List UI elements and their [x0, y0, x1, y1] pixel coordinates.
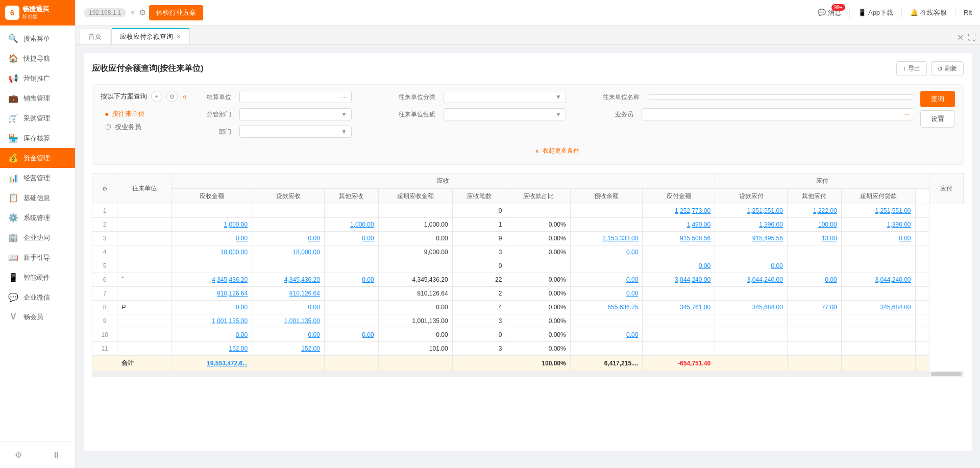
table-cell[interactable]: 1,000.00 — [172, 218, 252, 232]
table-cell[interactable]: 1,390.00 — [715, 218, 788, 232]
sidebar-item-smart-hw[interactable]: 📱 智能硬件 — [0, 267, 75, 287]
sidebar-item-basic-info[interactable]: 📋 基础信息 — [0, 188, 75, 208]
table-cell[interactable] — [787, 259, 841, 273]
app-download-btn[interactable]: 📱 App下载 — [858, 8, 893, 17]
unit-name-input[interactable] — [648, 94, 914, 100]
table-cell[interactable] — [715, 314, 788, 328]
sidebar-item-system[interactable]: ⚙️ 系统管理 — [0, 208, 75, 228]
sidebar-settings-btn[interactable]: ⚙ — [12, 447, 25, 463]
table-cell[interactable]: 13.00 — [787, 232, 841, 245]
table-cell[interactable]: 0.00 — [570, 287, 643, 301]
table-cell[interactable]: 915,495.56 — [715, 232, 788, 245]
scheme-add-btn[interactable]: + — [151, 91, 162, 102]
table-cell[interactable]: 915,508.56 — [643, 232, 715, 245]
table-cell[interactable]: 1,000.00 — [324, 218, 378, 232]
table-cell[interactable]: 345,684.00 — [841, 301, 915, 314]
query-btn[interactable]: 查询 — [920, 91, 955, 107]
table-cell[interactable]: 0.00 — [252, 328, 325, 342]
table-cell[interactable]: 1,222.00 — [787, 204, 841, 218]
table-cell[interactable]: 0.00 — [787, 273, 841, 287]
tab-close-icon[interactable]: ✕ — [176, 33, 181, 40]
department-select[interactable]: ▼ — [239, 126, 352, 138]
table-cell[interactable]: 810,126.64 — [172, 287, 252, 301]
table-cell[interactable] — [324, 259, 378, 273]
sidebar-item-operations[interactable]: 📊 经营管理 — [0, 168, 75, 188]
settlement-unit-input[interactable]: ··· — [239, 91, 352, 103]
sidebar-item-quick-nav[interactable]: 🏠 快捷导航 — [0, 48, 75, 68]
table-cell[interactable]: 3,044,240.00 — [841, 273, 915, 287]
sidebar-item-sales[interactable]: 💼 销售管理 — [0, 88, 75, 108]
table-cell[interactable] — [172, 204, 252, 218]
table-cell[interactable]: 0.00 — [324, 328, 378, 342]
table-cell[interactable]: 4,345,436.20 — [172, 273, 252, 287]
sidebar-item-member[interactable]: V 畅会员 — [0, 307, 75, 327]
table-cell[interactable]: 0.00 — [715, 259, 788, 273]
table-cell[interactable] — [643, 328, 715, 342]
table-cell[interactable] — [570, 218, 643, 232]
table-cell[interactable] — [715, 287, 788, 301]
sidebar-item-enterprise[interactable]: 🏢 企业协同 — [0, 228, 75, 248]
sidebar-item-guide[interactable]: 📖 新手引导 — [0, 248, 75, 267]
table-cell[interactable] — [787, 314, 841, 328]
table-cell[interactable] — [643, 287, 715, 301]
table-cell[interactable]: 0.00 — [252, 232, 325, 245]
table-cell[interactable]: 1,390.00 — [841, 218, 915, 232]
table-cell[interactable] — [787, 287, 841, 301]
table-cell[interactable] — [841, 259, 915, 273]
export-btn[interactable]: ↑ 导出 — [896, 61, 927, 76]
table-cell[interactable]: 345,761.00 — [643, 301, 715, 314]
table-cell[interactable] — [841, 328, 915, 342]
table-cell[interactable] — [324, 245, 378, 259]
table-cell[interactable] — [324, 301, 378, 314]
sidebar-item-purchase[interactable]: 🛒 采购管理 — [0, 108, 75, 128]
table-cell[interactable]: 2,153,333.00 — [570, 232, 643, 245]
table-cell[interactable] — [172, 259, 252, 273]
table-cell[interactable]: 810,126.64 — [252, 287, 325, 301]
msg-btn[interactable]: 💬 消息 99+ — [818, 8, 841, 17]
table-cell[interactable]: 1,001,135.00 — [252, 314, 325, 328]
table-cell[interactable]: 1,490.00 — [643, 218, 715, 232]
table-cell[interactable] — [252, 259, 325, 273]
table-cell[interactable]: 0.00 — [570, 328, 643, 342]
table-cell[interactable]: 345,684.00 — [715, 301, 788, 314]
scrollbar[interactable] — [92, 371, 964, 377]
table-cell[interactable]: 100.00 — [787, 218, 841, 232]
tab-ar-ap-balance[interactable]: 应收应付余额查询 ✕ — [111, 28, 190, 44]
table-cell[interactable] — [715, 245, 788, 259]
refresh-btn[interactable]: ↺ 刷新 — [931, 61, 964, 76]
table-cell[interactable] — [570, 204, 643, 218]
table-cell[interactable]: 1,251,551.00 — [841, 204, 915, 218]
sidebar-item-inventory[interactable]: 🏪 库存核算 — [0, 128, 75, 148]
table-cell[interactable]: 0.00 — [172, 301, 252, 314]
table-cell[interactable]: 4,345,436.20 — [252, 273, 325, 287]
table-cell[interactable]: 0.00 — [841, 232, 915, 245]
table-cell[interactable] — [715, 328, 788, 342]
table-cell[interactable] — [324, 314, 378, 328]
table-cell[interactable] — [643, 342, 715, 356]
table-cell[interactable] — [841, 314, 915, 328]
table-cell[interactable] — [841, 287, 915, 301]
table-cell[interactable] — [570, 259, 643, 273]
col-settings[interactable]: ⚙ — [92, 174, 117, 204]
unit-nature-select[interactable]: ▼ — [444, 108, 566, 120]
table-cell[interactable] — [643, 245, 715, 259]
table-cell[interactable]: 0.00 — [324, 232, 378, 245]
table-cell[interactable]: 0.00 — [643, 259, 715, 273]
scheme-collapse-btn[interactable]: « — [182, 91, 188, 102]
table-cell[interactable] — [252, 204, 325, 218]
table-cell[interactable] — [643, 314, 715, 328]
sidebar-item-finance[interactable]: 💰 资金管理 — [0, 148, 75, 168]
table-cell[interactable]: 1,252,773.00 — [643, 204, 715, 218]
sidebar-item-marketing[interactable]: 📢 营销推广 — [0, 68, 75, 88]
user-menu[interactable]: Rit — [964, 9, 972, 16]
table-cell[interactable]: 0.00 — [172, 232, 252, 245]
table-cell[interactable]: 18,000.00 — [172, 245, 252, 259]
table-cell[interactable]: 18,000.00 — [252, 245, 325, 259]
table-cell[interactable]: 77.00 — [787, 301, 841, 314]
table-cell[interactable] — [841, 245, 915, 259]
tab-home[interactable]: 首页 — [80, 29, 110, 44]
scheme-by-unit[interactable]: ● 按往来单位 — [101, 107, 188, 120]
table-cell[interactable] — [787, 328, 841, 342]
sidebar-item-wechat[interactable]: 💬 企业微信 — [0, 287, 75, 307]
table-cell[interactable]: 1,251,551.00 — [715, 204, 788, 218]
